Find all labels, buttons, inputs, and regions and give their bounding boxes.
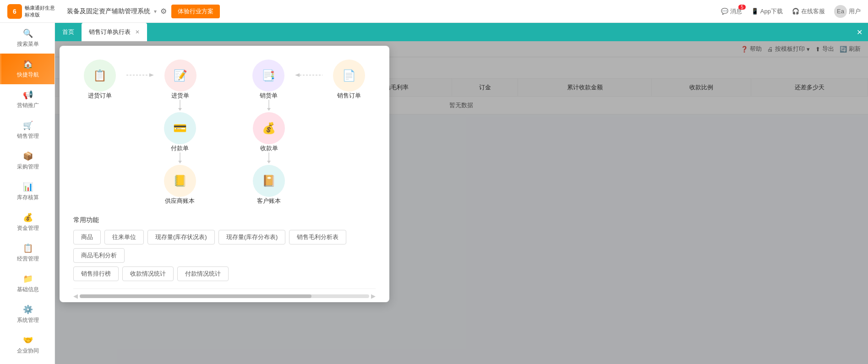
online-service-label: 在线客服 (801, 7, 825, 16)
flow-node-customer-account[interactable]: 📔 (253, 165, 285, 197)
arrow-so-to-sb (295, 71, 322, 80)
sidebar: 🔍 搜索菜单 🏠 快捷导航 📢 营销推广 🛒 销售管理 📦 采购管理 📊 (0, 23, 55, 364)
modal-overlay: 📋 进货订单 📝 进货单 (55, 41, 868, 364)
sidebar-label-inventory: 库存核算 (17, 194, 39, 201)
tab-close-icon[interactable]: ✕ (135, 29, 140, 35)
tab-sales-exec-label: 销售订单执行表 (89, 28, 131, 36)
sidebar-item-system[interactable]: ⚙️ 系统管理 (0, 299, 55, 330)
flow-diagram: 📋 进货订单 📝 进货单 (73, 60, 376, 205)
sidebar-item-search[interactable]: 🔍 搜索菜单 (0, 23, 55, 54)
basic-info-icon: 📁 (23, 274, 33, 284)
sidebar-label-sales: 销售管理 (17, 132, 39, 140)
app-title: 装备及固定资产辅助管理系统 (67, 7, 150, 16)
sidebar-item-operations[interactable]: 📋 经营管理 (0, 238, 55, 268)
sidebar-label-enterprise: 企业协同 (17, 347, 39, 355)
user-action[interactable]: Ea 用户 (834, 5, 861, 18)
service-icon: 🎧 (792, 8, 799, 15)
modal-scrollbar-area: ◀ ▶ (73, 288, 376, 299)
func-btn-receipt-stats[interactable]: 收款情况统计 (122, 266, 174, 281)
func-btn-payment-stats[interactable]: 付款情况统计 (177, 266, 229, 281)
sales-icon: 🛒 (23, 120, 33, 130)
message-action[interactable]: 💬 消息 5 (721, 7, 742, 16)
user-label: 用户 (849, 7, 861, 16)
arrow-po-to-pb (126, 71, 154, 80)
common-func-title: 常用功能 (73, 216, 376, 224)
sidebar-label-marketing: 营销推广 (17, 102, 39, 109)
sidebar-label-operations: 经营管理 (17, 255, 39, 263)
svg-marker-3 (295, 73, 300, 77)
marketing-icon: 📢 (23, 90, 33, 100)
flow-node-sales-order[interactable]: 📄 (333, 60, 365, 92)
flow-node-purchase-order[interactable]: 📋 (84, 60, 116, 92)
trial-button[interactable]: 体验行业方案 (171, 5, 220, 18)
sidebar-item-sales[interactable]: 🛒 销售管理 (0, 115, 55, 146)
scroll-right-icon[interactable]: ▶ (371, 293, 376, 299)
svg-marker-1 (149, 73, 154, 77)
func-btn-product-gross[interactable]: 商品毛利分析 (73, 248, 125, 263)
flow-label-sales-order: 销售订单 (337, 92, 361, 100)
func-btn-sales-gross[interactable]: 销售毛利分析表 (289, 230, 346, 244)
scroll-left-icon[interactable]: ◀ (73, 293, 78, 299)
svg-marker-9 (178, 161, 182, 163)
sidebar-item-inventory[interactable]: 📊 库存核算 (0, 176, 55, 207)
tab-home-label: 首页 (62, 28, 74, 36)
flow-node-payment-bill[interactable]: 💳 (164, 112, 196, 144)
sidebar-item-enterprise[interactable]: 🤝 企业协同 (0, 330, 55, 360)
message-icon: 💬 (721, 8, 728, 15)
svg-marker-11 (267, 161, 271, 163)
sidebar-label-search: 搜索菜单 (17, 40, 39, 48)
inventory-icon: 📊 (23, 182, 33, 192)
scrollbar[interactable]: ◀ ▶ (73, 293, 376, 299)
download-icon: 📱 (751, 8, 759, 15)
flow-node-supplier-account[interactable]: 📒 (164, 165, 196, 197)
sidebar-item-quick-nav[interactable]: 🏠 快捷导航 (0, 54, 55, 84)
scrollbar-thumb (80, 294, 311, 298)
sidebar-label-finance: 资金管理 (17, 224, 39, 232)
flow-node-purchase-bill[interactable]: 📝 (164, 60, 197, 92)
sidebar-item-marketing[interactable]: 📢 营销推广 (0, 84, 55, 115)
func-btn-product[interactable]: 商品 (73, 230, 101, 244)
flow-node-receipt-bill[interactable]: 💰 (253, 112, 285, 144)
tab-home[interactable]: 首页 (55, 23, 82, 41)
arrow-payment-down (153, 152, 207, 165)
func-btn-sales-rank[interactable]: 销售排行榜 (73, 266, 119, 281)
finance-icon: 💰 (23, 212, 33, 223)
common-functions: 常用功能 商品 往来单位 现存量(库存状况表) 现存量(库存分布表) 销售毛利分… (73, 216, 376, 281)
sidebar-item-basic-info[interactable]: 📁 基础信息 (0, 268, 55, 299)
sidebar-item-guide[interactable]: 📖 新手引导 (0, 360, 55, 364)
sidebar-label-basic-info: 基础信息 (17, 286, 39, 293)
settings-icon[interactable]: ⚙ (160, 7, 167, 16)
app-download-label: App下载 (760, 7, 783, 16)
system-icon: ⚙️ (23, 304, 33, 315)
flow-label-purchase-bill: 进货单 (171, 92, 189, 100)
flow-label-payment-bill: 付款单 (171, 144, 189, 152)
system-dropdown-icon[interactable]: ▾ (154, 8, 157, 15)
flow-label-supplier-account: 供应商账本 (165, 197, 195, 205)
flow-label-sales-bill: 销货单 (260, 92, 278, 100)
flow-node-sales-bill[interactable]: 📑 (252, 60, 284, 92)
arrow-pb-down (153, 100, 207, 112)
logo-text: 畅康通好生意 标准版 (25, 5, 55, 18)
sidebar-item-finance[interactable]: 💰 资金管理 (0, 207, 55, 238)
app-download-action[interactable]: 📱 App下载 (751, 7, 783, 16)
func-btn-stock-status[interactable]: 现存量(库存状况表) (147, 230, 215, 244)
search-icon: 🔍 (23, 28, 33, 38)
sidebar-item-purchase[interactable]: 📦 采购管理 (0, 146, 55, 176)
tab-bar-close-icon[interactable]: ✕ (857, 28, 863, 37)
sidebar-label-quick-nav: 快捷导航 (17, 71, 39, 79)
sidebar-label-system: 系统管理 (17, 316, 39, 324)
sidebar-label-purchase: 采购管理 (17, 163, 39, 171)
online-service-action[interactable]: 🎧 在线客服 (792, 7, 825, 16)
home-icon: 🏠 (23, 59, 33, 69)
operations-icon: 📋 (23, 243, 33, 253)
svg-marker-7 (267, 108, 271, 111)
func-buttons: 商品 往来单位 现存量(库存状况表) 现存量(库存分布表) 销售毛利分析表 商品… (73, 230, 376, 263)
scrollbar-track[interactable] (80, 294, 369, 298)
func-btn-partners[interactable]: 往来单位 (104, 230, 144, 244)
flow-label-purchase-order: 进货订单 (88, 92, 112, 100)
flow-modal: 📋 进货订单 📝 进货单 (60, 46, 389, 302)
tab-sales-exec[interactable]: 销售订单执行表 ✕ (82, 23, 147, 41)
avatar: Ea (834, 5, 847, 18)
logo-area: 6 畅康通好生意 标准版 (7, 4, 62, 19)
func-btn-stock-dist[interactable]: 现存量(库存分布表) (218, 230, 286, 244)
